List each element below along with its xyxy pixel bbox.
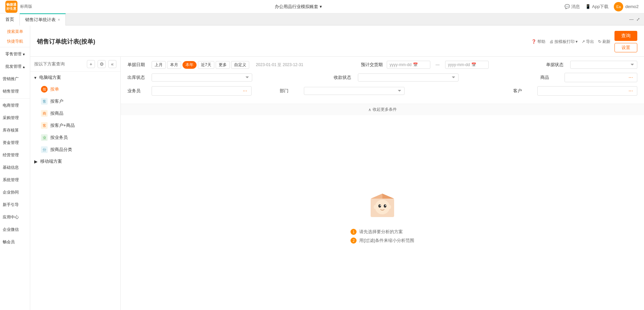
dept-select[interactable] — [304, 87, 405, 95]
help-icon: ❓ — [531, 39, 536, 44]
customer-ellipsis[interactable]: ··· — [627, 88, 634, 94]
plan-by-customer[interactable]: 客 按客户 — [30, 95, 120, 107]
filter-row-2: 出库状态 收款状态 商品 ··· — [127, 73, 637, 82]
goods-input[interactable]: ··· — [565, 73, 637, 82]
sidebar-item-member[interactable]: 畅会员 — [0, 236, 30, 248]
print-link[interactable]: 🖨 按模板打印 ▾ — [549, 39, 578, 45]
refresh-label: 刷新 — [602, 39, 610, 45]
plan-by-customer-goods[interactable]: 客 按客户+商品 — [30, 119, 120, 132]
settings-icon: ⚙ — [100, 61, 104, 67]
page-title: 销售订单统计表(按单) — [37, 38, 95, 46]
empty-state: 1 请先选择要分析的方案 2 用[过滤]条件来缩小分析范围 — [121, 115, 644, 310]
sidebar-item-retail[interactable]: 零售管理 ▾ — [0, 48, 30, 60]
sidebar-wholesale-label: 批发管理 — [5, 64, 21, 69]
collapse-icon: ∧ — [368, 107, 371, 112]
sidebar-item-guide[interactable]: 新手引导 — [0, 199, 30, 211]
sidebar-item-enterprise[interactable]: 企业协同 — [0, 186, 30, 199]
plan-by-salesperson[interactable]: 业 按业务员 — [30, 132, 120, 144]
account-dropdown[interactable]: 办公用品行业模拟账套 ▾ — [275, 4, 322, 10]
expected-date-to[interactable]: yyyy-mm-dd 📅 — [445, 61, 489, 69]
minimize-icon[interactable]: — — [629, 17, 634, 22]
collapse-bar[interactable]: ∧ 收起更多条件 — [121, 104, 644, 115]
goods-ellipsis[interactable]: ··· — [627, 74, 634, 81]
sidebar-operation-label: 经营管理 — [3, 152, 19, 158]
tab-home[interactable]: 首页 — [0, 13, 20, 25]
expand-icon[interactable]: ⤢ — [636, 17, 640, 22]
svg-point-4 — [378, 204, 381, 208]
panel-add-btn[interactable]: + — [87, 60, 95, 68]
settings-button[interactable]: 设置 — [614, 43, 637, 52]
date-btn-7days[interactable]: 近7天 — [198, 61, 214, 69]
plan-group-mobile-arrow: ▶ — [34, 159, 38, 164]
sidebar-item-operation[interactable]: 经营管理 — [0, 149, 30, 161]
query-button[interactable]: 查询 — [614, 31, 637, 41]
plan-group-desktop[interactable]: ▾ 电脑端方案 — [30, 72, 120, 83]
sidebar-shortcut[interactable]: 快捷导航 — [0, 37, 30, 46]
sidebar-retail-label: 零售管理 — [5, 51, 21, 57]
panel-settings-btn[interactable]: ⚙ — [98, 60, 106, 68]
customer-input[interactable]: ··· — [537, 86, 637, 96]
panel-collapse-btn[interactable]: « — [108, 60, 116, 68]
app-download-label: App下载 — [592, 4, 608, 10]
salesperson-input[interactable]: ··· — [152, 86, 252, 96]
date-btn-custom[interactable]: 自定义 — [231, 61, 249, 69]
sidebar-item-ecommerce[interactable]: 电商管理 — [0, 99, 30, 112]
plan-label-salesperson: 按业务员 — [50, 135, 68, 141]
user-name: demo2 — [625, 4, 639, 9]
plan-by-goods[interactable]: 商 按商品 — [30, 107, 120, 119]
sidebar-item-system[interactable]: 系统管理 — [0, 174, 30, 186]
payment-status-select[interactable] — [358, 73, 459, 82]
sidebar-item-wechat[interactable]: 企业微信 — [0, 223, 30, 236]
plan-label-category: 按商品分类 — [50, 147, 72, 153]
date-btn-lastmonth[interactable]: 上月 — [152, 61, 166, 69]
sidebar-item-appcenter[interactable]: 应用中心 — [0, 211, 30, 223]
sidebar-search[interactable]: 搜索菜单 — [0, 25, 30, 37]
message-link[interactable]: 💬 消息 — [565, 4, 580, 10]
svg-point-7 — [385, 205, 386, 206]
filter-row-1: 单据日期 上月 本月 本年 近7天 更多 自定义 2023-01-01 至 20… — [127, 61, 637, 69]
salesperson-ellipsis[interactable]: ··· — [241, 88, 249, 94]
sidebar-sales-label: 销售管理 — [3, 89, 19, 94]
help-link[interactable]: ❓ 帮助 — [531, 39, 545, 45]
sidebar-item-wholesale[interactable]: 批发管理 ▴ — [0, 60, 30, 73]
left-panel: 按以下方案查询 + ⚙ « ▾ 电脑端方案 — [30, 57, 121, 310]
sidebar-item-finance[interactable]: 资金管理 — [0, 137, 30, 149]
plan-label-order: 按单 — [50, 86, 59, 92]
plan-by-category[interactable]: 分 按商品分类 — [30, 144, 120, 156]
refresh-link[interactable]: ↻ 刷新 — [598, 39, 610, 45]
expected-date-from-text: yyyy-mm-dd — [390, 62, 412, 67]
logo: 畅捷通好生意 — [5, 1, 17, 13]
svg-marker-1 — [371, 194, 382, 199]
message-icon: 💬 — [565, 4, 570, 9]
plan-group-mobile[interactable]: ▶ 移动端方案 — [30, 156, 120, 167]
tab-close-icon[interactable]: × — [58, 17, 60, 22]
expected-date-from[interactable]: yyyy-mm-dd 📅 — [387, 61, 430, 69]
tab-sales-order[interactable]: 销售订单统计表 × — [20, 13, 66, 25]
sidebar-item-marketing[interactable]: 营销推广 — [0, 73, 30, 85]
print-label: 按模板打印 — [554, 39, 575, 45]
date-btn-more[interactable]: 更多 — [216, 61, 230, 69]
calendar-icon-1: 📅 — [413, 62, 418, 67]
panel-toolbar: 按以下方案查询 + ⚙ « — [30, 57, 120, 72]
export-link[interactable]: ↗ 导出 — [582, 39, 594, 45]
svg-marker-2 — [382, 194, 394, 199]
calendar-icon-2: 📅 — [471, 62, 476, 67]
plan-by-order[interactable]: 按 按单 — [30, 83, 120, 95]
out-status-select[interactable] — [152, 73, 252, 82]
sidebar-item-sales[interactable]: 销售管理 — [0, 85, 30, 98]
panel-toolbar-title: 按以下方案查询 — [34, 61, 84, 67]
sidebar-marketing-label: 营销推广 — [3, 76, 19, 82]
out-status-label: 出库状态 — [127, 74, 148, 81]
app-download-link[interactable]: 📱 App下载 — [585, 4, 608, 10]
sidebar-item-purchase[interactable]: 采购管理 — [0, 112, 30, 124]
sidebar-item-inventory[interactable]: 库存核算 — [0, 124, 30, 137]
action-buttons: 查询 设置 — [614, 31, 637, 52]
account-name: 办公用品行业模拟账套 — [275, 4, 318, 10]
export-label: 导出 — [586, 39, 594, 45]
date-btn-thismonth[interactable]: 本月 — [167, 61, 181, 69]
status-select[interactable] — [570, 61, 637, 69]
payment-status-label: 收款状态 — [334, 74, 354, 81]
user-info[interactable]: Ea demo2 — [614, 2, 639, 11]
sidebar-item-basic[interactable]: 基础信息 — [0, 161, 30, 174]
date-btn-thisyear[interactable]: 本年 — [182, 61, 197, 69]
